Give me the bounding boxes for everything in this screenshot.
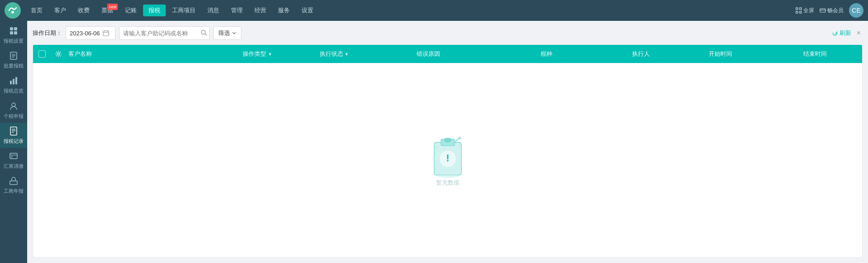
svg-rect-26 [10,181,17,185]
sidebar-item-batch-tax-label: 批量报税 [4,63,24,69]
search-input[interactable] [119,26,210,40]
avatar[interactable]: CE [849,3,863,18]
svg-rect-36 [444,138,451,142]
svg-rect-5 [800,11,801,13]
refresh-icon [832,30,838,36]
svg-rect-6 [820,9,825,12]
th-error-reason: 错误原因 [373,50,485,58]
svg-point-44 [436,174,459,178]
svg-point-18 [12,103,15,107]
th-executor: 执行人 [609,50,673,58]
sidebar-item-personal-tax[interactable]: 个税申报 [0,98,27,123]
nav-item-message[interactable]: 消息 [202,5,225,16]
refresh-label: 刷新 [839,29,851,37]
main-layout: 报税设置 批量报税 报税总览 [0,21,868,263]
select-all-checkbox[interactable] [38,50,46,58]
th-exec-status[interactable]: 执行状态 ▼ [296,50,373,58]
nav-item-manage[interactable]: 管理 [225,5,248,16]
svg-point-41 [436,146,437,148]
batch-tax-icon [9,51,18,62]
settlement-icon [9,151,18,162]
app-logo[interactable] [5,2,21,19]
th-end-time: 结束时间 [768,50,862,58]
fullscreen-label: 全屏 [803,7,814,15]
sidebar-item-annual-report[interactable]: 工商年报 [0,173,27,198]
nav-item-business[interactable]: 工商项目 [167,5,201,16]
sidebar-item-tax-overview[interactable]: 报税总览 [0,73,27,97]
date-value: 2023-06-06 [70,30,100,37]
sidebar-item-tax-settings[interactable]: 报税设置 [0,23,27,48]
svg-point-0 [5,2,21,19]
member-btn[interactable]: 畅会员 [820,7,844,15]
column-settings-icon [55,50,62,58]
svg-point-42 [432,157,435,160]
svg-text:!: ! [446,152,449,164]
date-label: 操作日期： [33,29,62,37]
th-op-type[interactable]: 操作类型 ▼ [219,50,296,58]
table-header: 客户名称 操作类型 ▼ 执行状态 ▼ 错误原因 税种 执行人 [33,45,862,63]
svg-rect-23 [10,153,17,159]
th-customer-name: 客户名称 [66,50,219,58]
svg-rect-15 [10,81,12,84]
search-wrap [119,26,210,40]
sidebar-item-annual-report-label: 工商年报 [4,188,24,194]
refresh-button[interactable]: 刷新 [832,29,851,37]
sidebar-item-tax-records-label: 报税记录 [4,138,24,144]
filter-button[interactable]: 筛选 [213,26,241,40]
nav-items: 首页 客户 收费 票据 new 记账 报税 工商项目 消息 管理 经营 服务 设… [25,5,796,16]
svg-rect-9 [10,31,13,34]
calendar-icon [103,30,109,36]
svg-rect-27 [103,31,109,36]
op-type-filter-icon: ▼ [268,52,272,57]
th-start-time: 开始时间 [673,50,767,58]
sidebar-item-tax-records[interactable]: 报税记录 [0,123,27,148]
new-badge: new [107,4,118,10]
empty-illustration: ! [427,133,468,179]
search-icon[interactable] [201,29,207,37]
svg-rect-16 [13,79,14,84]
svg-rect-7 [10,27,13,30]
nav-item-tax-report[interactable]: 报税 [143,5,166,16]
right-actions: 全屏 畅会员 CE [796,3,863,18]
tax-overview-icon [9,76,18,87]
personal-tax-icon [9,102,18,112]
member-label: 畅会员 [827,7,844,15]
svg-rect-3 [800,8,801,10]
annual-report-icon [9,176,18,187]
nav-item-customer[interactable]: 客户 [49,5,72,16]
nav-item-finance[interactable]: 经营 [249,5,272,16]
filter-label: 筛选 [218,29,230,37]
svg-point-43 [459,144,460,146]
nav-item-settings[interactable]: 设置 [296,5,319,16]
sidebar-item-tax-settings-label: 报税设置 [4,38,24,44]
nav-item-home[interactable]: 首页 [25,5,48,16]
sidebar-item-settlement-label: 汇算清缴 [4,163,24,169]
nav-item-invoice[interactable]: 票据 new [96,5,119,16]
empty-text: 暂无数据 [436,179,460,187]
svg-point-25 [11,156,13,157]
th-settings[interactable] [51,50,66,58]
th-tax-type: 税种 [484,50,609,58]
svg-rect-4 [796,11,798,13]
tax-settings-icon [9,26,18,37]
table-body: ! 暂无数据 [33,63,862,257]
sidebar-item-settlement[interactable]: 汇算清缴 [0,148,27,173]
chevron-down-icon [232,31,236,35]
svg-point-1 [11,11,14,14]
fullscreen-btn[interactable]: 全屏 [796,7,814,15]
nav-item-service[interactable]: 服务 [273,5,295,16]
close-button[interactable]: × [855,29,863,37]
empty-state: ! 暂无数据 [418,124,477,196]
svg-rect-10 [14,31,17,34]
top-nav: 首页 客户 收费 票据 new 记账 报税 工商项目 消息 管理 经营 服务 设… [0,0,868,21]
sidebar-item-tax-overview-label: 报税总览 [4,88,24,94]
th-checkbox[interactable] [33,50,51,58]
nav-item-billing[interactable]: 收费 [72,5,95,16]
svg-rect-2 [796,8,798,10]
date-input[interactable]: 2023-06-06 [66,26,115,40]
exec-status-filter-icon: ▼ [345,52,349,57]
sidebar-item-batch-tax[interactable]: 批量报税 [0,48,27,73]
svg-point-33 [58,53,60,55]
nav-item-bookkeeping[interactable]: 记账 [120,5,142,16]
table-container: 客户名称 操作类型 ▼ 执行状态 ▼ 错误原因 税种 执行人 [33,44,863,258]
